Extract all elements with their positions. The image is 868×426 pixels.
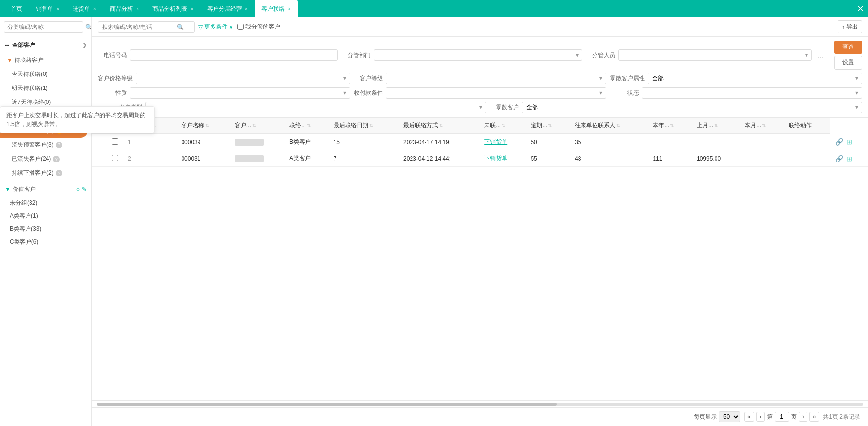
nav-purchase[interactable]: 进货单 × <box>66 0 103 17</box>
sidebar-item-today[interactable]: 今天待联络(0) <box>0 67 91 81</box>
close-purchase-icon[interactable]: × <box>93 0 96 17</box>
sidebar-collapse-icon[interactable]: ❯ <box>82 42 87 48</box>
td-contact-count-1: 15 <box>329 134 398 150</box>
continuous-down-info-icon[interactable]: ? <box>56 170 62 176</box>
settings-button[interactable]: 设置 <box>834 56 862 70</box>
th-customer-type[interactable]: 客户...⇅ <box>230 118 285 134</box>
lost-warn-info-icon[interactable]: ? <box>56 142 62 148</box>
th-last-contact-date[interactable]: 最后联络日期⇅ <box>329 118 398 134</box>
manager-more-icon[interactable]: … <box>815 51 826 59</box>
td-code-1[interactable]: 000039 <box>176 134 229 150</box>
next-page-button[interactable]: › <box>799 412 807 422</box>
th-this-year[interactable]: 本年...⇅ <box>648 118 692 134</box>
action-link-icon-2[interactable]: 🔗 <box>835 155 843 162</box>
already-lost-info-icon[interactable]: ? <box>53 156 60 162</box>
td-overdue-2: 48 <box>570 150 648 167</box>
retail-customer-select[interactable]: 全部 <box>522 102 863 113</box>
sidebar-item-lost-warn[interactable]: 流失预警客户(3) ? <box>0 138 91 152</box>
value-circle-icon[interactable]: ○ <box>76 186 80 192</box>
action-grid-icon-2[interactable]: ⊞ <box>846 155 852 162</box>
pending-arrow-icon: ▼ <box>7 57 13 64</box>
price-grade-select[interactable] <box>136 73 350 84</box>
td-last-date-1: 2023-04-17 14:19: <box>398 134 479 150</box>
sidebar-search-input[interactable] <box>4 21 83 33</box>
search-bar-icon[interactable]: 🔍 <box>177 24 184 30</box>
th-last-contact-method[interactable]: 最后联络方式⇅ <box>398 118 479 134</box>
phone-input[interactable] <box>130 49 338 61</box>
nav-customer-tier[interactable]: 客户分层经营 × <box>200 0 255 17</box>
nav-home[interactable]: 首页 <box>4 0 29 17</box>
sidebar: 🔍 ▪▪ 全部客户 ❯ ▼ 待联络客户 今天待联络(0) 明天待联络(1) <box>0 17 92 426</box>
customer-grade-select[interactable] <box>386 73 606 84</box>
action-link-icon-1[interactable]: 🔗 <box>835 138 843 146</box>
per-page-select[interactable]: 50 <box>719 411 740 422</box>
customer-type-select[interactable] <box>145 102 486 113</box>
last-page-button[interactable]: » <box>809 412 820 422</box>
sidebar-item-tomorrow[interactable]: 明天待联络(1) <box>0 81 91 95</box>
th-contact-person[interactable]: 往来单位联系人⇅ <box>570 118 648 134</box>
query-button[interactable]: 查询 <box>834 41 862 54</box>
close-customer-contact-icon[interactable]: × <box>288 0 290 17</box>
th-name[interactable]: 客户名称⇅ <box>176 118 229 134</box>
td-code-2[interactable]: 000031 <box>176 150 229 167</box>
right-content: 🔍 ▽ 更多条件 ∧ 我分管的客户 ↑ 导出 电话号码 <box>92 17 868 426</box>
sort-overdue-icon: ⇅ <box>548 123 552 128</box>
nav-sales[interactable]: 销售单 × <box>29 0 66 17</box>
manager-select[interactable] <box>618 49 812 61</box>
sidebar-item-continuous-down[interactable]: 持续下滑客户(2) ? <box>0 166 91 180</box>
sidebar-item-class-c[interactable]: C类客户(6) <box>0 235 91 249</box>
my-customer-checkbox[interactable] <box>237 24 244 30</box>
export-button[interactable]: ↑ 导出 <box>838 20 862 33</box>
td-type-1: B类客户 <box>285 134 329 150</box>
th-overdue[interactable]: 逾期...⇅ <box>526 118 570 134</box>
close-customer-tier-icon[interactable]: × <box>245 0 248 17</box>
filter-manager: 分管人员 ▾ … <box>586 49 826 61</box>
td-num-2: 2 <box>123 150 176 167</box>
h-scrollbar[interactable] <box>97 403 863 406</box>
nav-goods-analysis[interactable]: 商品分析 × <box>103 0 146 17</box>
nav-goods-analysis-list[interactable]: 商品分析列表 × <box>146 0 200 17</box>
retail-attr-select[interactable]: 全部 <box>648 73 862 84</box>
sidebar-search-icon[interactable]: 🔍 <box>85 24 92 30</box>
sort-thismonth-icon: ⇅ <box>762 123 766 128</box>
page-input[interactable] <box>775 412 789 422</box>
td-lastmonth-2 <box>740 150 784 167</box>
th-this-month[interactable]: 本月...⇅ <box>740 118 784 134</box>
th-contact-count[interactable]: 联络...⇅ <box>285 118 329 134</box>
gender-select-wrap: ▾ <box>130 87 350 99</box>
sidebar-item-class-b[interactable]: B类客户(33) <box>0 222 91 235</box>
dept-select[interactable] <box>374 49 582 61</box>
status-select[interactable] <box>642 87 862 99</box>
filter-form: 电话号码 分管部门 ▾ 分管人员 ▾ … <box>92 37 868 118</box>
more-filters-button[interactable]: ▽ 更多条件 ∧ <box>198 23 233 31</box>
value-edit-icon[interactable]: ✎ <box>82 186 87 192</box>
window-close-button[interactable]: ✕ <box>857 3 864 14</box>
sidebar-item-ungrouped[interactable]: 未分组(32) <box>0 196 91 209</box>
close-goods-analysis-icon[interactable]: × <box>136 0 139 17</box>
payment-select[interactable] <box>386 87 606 99</box>
th-last-month[interactable]: 上月...⇅ <box>692 118 740 134</box>
pagination-bar: 每页显示 50 « ‹ 第 页 › » 共1页 2条记录 <box>92 407 868 426</box>
gender-select[interactable] <box>130 87 350 99</box>
close-sales-icon[interactable]: × <box>56 0 59 17</box>
sidebar-pending-header[interactable]: ▼ 待联络客户 <box>0 53 91 67</box>
total-info: 共1页 2条记录 <box>823 413 860 421</box>
action-grid-icon-1[interactable]: ⊞ <box>846 138 852 146</box>
sidebar-item-already-lost[interactable]: 已流失客户(24) ? <box>0 152 91 166</box>
sidebar-all-customers[interactable]: ▪▪ 全部客户 ❯ <box>0 37 91 53</box>
row1-checkbox[interactable] <box>112 138 118 145</box>
search-input[interactable] <box>102 24 175 30</box>
first-page-button[interactable]: « <box>744 412 754 422</box>
close-goods-list-icon[interactable]: × <box>190 0 193 17</box>
td-name-2 <box>230 150 285 167</box>
nav-customer-contact[interactable]: 客户联络 × <box>255 0 297 17</box>
row2-checkbox[interactable] <box>112 155 118 161</box>
price-grade-select-wrap: ▾ <box>136 73 350 84</box>
sidebar-item-class-a[interactable]: A类客户(1) <box>0 209 91 222</box>
th-uncontacted[interactable]: 未联...⇅ <box>479 118 526 134</box>
sidebar-search-area: 🔍 <box>0 17 91 37</box>
sidebar-value-group-header[interactable]: ▼ 价值客户 ○ ✎ <box>0 182 91 196</box>
prev-page-button[interactable]: ‹ <box>756 412 765 422</box>
td-actions-1: 🔗 ⊞ <box>830 134 868 150</box>
filter-retail-attr: 零散客户属性 全部 ▾ <box>610 73 862 84</box>
